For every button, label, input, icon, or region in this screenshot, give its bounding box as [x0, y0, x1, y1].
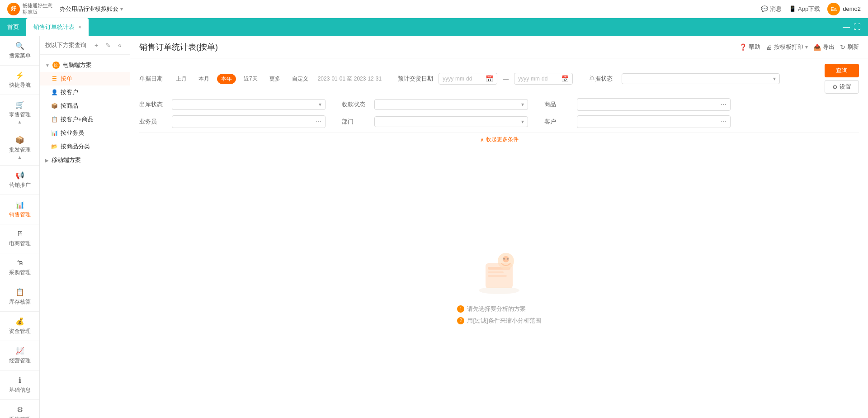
goods-label: 商品	[544, 100, 571, 109]
app-download-button[interactable]: 📱 App下载	[789, 5, 820, 13]
btn-this-month[interactable]: 本月	[194, 74, 213, 84]
top-bar-left: 好 畅捷通好生意 标准版 办公用品行业模拟账套 ▾	[7, 3, 127, 15]
filter-area: 单据日期 上月 本月 本年 近7天 更多 自定义 2023-01-01 至 20…	[130, 58, 868, 152]
tab-bar-actions: — ⛶	[843, 23, 861, 31]
main-layout: 🔍 搜索菜单 ⚡ 快捷导航 🛒 零售管理 ▲ 📦 批发管理 ▲ 📢 营销推广 📊…	[0, 36, 868, 418]
close-icon[interactable]: ×	[78, 24, 81, 30]
add-scheme-button[interactable]: +	[92, 41, 101, 50]
scheme-group-mobile-header[interactable]: ▶ 移动端方案	[40, 153, 130, 167]
by-order-icon: ☰	[51, 75, 58, 82]
print-button[interactable]: 🖨 按模板打印 ▾	[766, 43, 808, 51]
export-button[interactable]: 📤 导出	[813, 43, 835, 51]
hint-num-2: 2	[457, 317, 464, 324]
query-btn-group: 查询 ⚙ 设置	[825, 64, 859, 94]
svg-point-7	[503, 258, 505, 260]
left-panel-actions: + ✎ «	[92, 41, 124, 50]
sidebar-item-search[interactable]: 🔍 搜索菜单	[0, 36, 39, 66]
customer-more-icon: ···	[721, 118, 726, 126]
retail-icon: 🛒	[15, 100, 24, 109]
bill-status-select[interactable]: ▾	[622, 73, 780, 84]
download-icon: 📱	[789, 5, 796, 12]
print-chevron-icon: ▾	[805, 44, 808, 50]
btn-last-7-days[interactable]: 近7天	[240, 74, 262, 84]
calendar-icon2: 📅	[561, 75, 569, 82]
message-button[interactable]: 💬 消息	[761, 5, 782, 13]
arrow-down-icon: ▼	[45, 63, 50, 68]
refresh-icon: ↻	[840, 43, 845, 51]
wholesale-icon: 📦	[15, 136, 24, 144]
expected-date-to-input[interactable]: yyyy-mm-dd 📅	[514, 73, 573, 85]
tab-sales-order-stats[interactable]: 销售订单统计表 ×	[26, 18, 89, 36]
maximize-icon[interactable]: ⛶	[854, 23, 861, 31]
business-label: 业务员	[139, 118, 166, 126]
sidebar-item-retail[interactable]: 🛒 零售管理 ▲	[0, 95, 39, 130]
sidebar-item-ecommerce[interactable]: 🖥 电商管理	[0, 224, 39, 253]
settings-button[interactable]: ⚙ 设置	[825, 80, 859, 94]
business-input[interactable]: ···	[172, 115, 326, 128]
btn-more-date[interactable]: 更多	[265, 74, 284, 84]
sidebar-item-system[interactable]: ⚙ 系统管理	[0, 400, 39, 418]
sidebar-item-basic-info[interactable]: ℹ 基础信息	[0, 370, 39, 400]
sidebar-item-operations[interactable]: 📈 经营管理	[0, 341, 39, 370]
help-button[interactable]: ❓ 帮助	[739, 43, 760, 51]
query-button[interactable]: 查询	[825, 64, 859, 77]
print-icon: 🖨	[766, 43, 772, 51]
inventory-icon: 📋	[15, 288, 24, 296]
scheme-item-by-order[interactable]: ☰ 按单	[40, 72, 130, 86]
btn-this-year[interactable]: 本年	[217, 74, 236, 84]
left-panel-header: 按以下方案查询 + ✎ «	[40, 36, 130, 55]
collapse-panel-button[interactable]: «	[115, 41, 124, 50]
expected-date-from-input[interactable]: yyyy-mm-dd 📅	[439, 73, 497, 85]
collapse-label: 收起更多条件	[486, 136, 519, 143]
empty-state: 1 请先选择要分析的方案 2 用[过滤]条件来缩小分析范围	[130, 152, 868, 418]
sidebar-item-wholesale[interactable]: 📦 批发管理 ▲	[0, 130, 39, 166]
scheme-group-pc-header[interactable]: ▼ 按 电脑端方案	[40, 58, 130, 72]
sidebar-item-marketing[interactable]: 📢 营销推广	[0, 166, 39, 195]
edit-scheme-button[interactable]: ✎	[104, 41, 113, 50]
svg-rect-3	[488, 271, 504, 273]
bill-status-label: 单据状态	[589, 75, 616, 83]
scheme-group-icon: 按	[52, 62, 60, 69]
scheme-item-by-salesman[interactable]: 📊 按业务员	[40, 126, 130, 140]
user-profile[interactable]: Ea demo2	[827, 3, 861, 15]
left-panel-title: 按以下方案查询	[45, 41, 86, 49]
btn-last-month[interactable]: 上月	[172, 74, 191, 84]
out-status-select[interactable]: ▾	[172, 99, 326, 110]
settings-icon: ⚙	[832, 84, 838, 90]
sidebar-item-inventory[interactable]: 📋 库存核算	[0, 282, 39, 312]
scheme-item-by-customer[interactable]: 👤 按客户	[40, 86, 130, 99]
receipt-status-select[interactable]: ▾	[374, 99, 528, 110]
collapse-arrow-icon: ∧	[480, 137, 484, 143]
by-category-icon: 📂	[51, 143, 58, 150]
purchase-icon: 🛍	[16, 259, 24, 267]
tab-home[interactable]: 首页	[0, 18, 26, 36]
collapse-bar[interactable]: ∧ 收起更多条件	[139, 133, 859, 146]
top-bar: 好 畅捷通好生意 标准版 办公用品行业模拟账套 ▾ 💬 消息 📱 App下载 E…	[0, 0, 868, 18]
scheme-group-mobile: ▶ 移动端方案	[40, 153, 130, 167]
by-customer-icon: 👤	[51, 89, 58, 96]
page-title: 销售订单统计表(按单)	[139, 42, 218, 52]
chevron-down-icon: ▾	[120, 6, 123, 12]
logo-text: 畅捷通好生意 标准版	[23, 3, 52, 14]
by-goods-icon: 📦	[51, 102, 58, 109]
refresh-button[interactable]: ↻ 刷新	[840, 43, 859, 51]
btn-custom-date[interactable]: 自定义	[288, 74, 312, 84]
filter-row-1: 单据日期 上月 本月 本年 近7天 更多 自定义 2023-01-01 至 20…	[139, 64, 859, 94]
sidebar-item-purchase[interactable]: 🛍 采购管理	[0, 253, 39, 282]
sidebar-item-quick-nav[interactable]: ⚡ 快捷导航	[0, 66, 39, 95]
app-selector[interactable]: 办公用品行业模拟账套 ▾	[56, 3, 127, 15]
quicknav-icon: ⚡	[15, 71, 24, 80]
customer-input[interactable]: ···	[577, 115, 731, 128]
dept-select[interactable]: ▾	[374, 116, 528, 127]
minimize-icon[interactable]: —	[843, 23, 850, 31]
arrow-up-icon2: ▲	[18, 155, 22, 160]
scheme-item-by-customer-goods[interactable]: 📋 按客户+商品	[40, 113, 130, 126]
goods-input[interactable]: ···	[577, 98, 731, 111]
sidebar-item-sales[interactable]: 📊 销售管理	[0, 195, 39, 224]
scheme-item-by-goods[interactable]: 📦 按商品	[40, 99, 130, 113]
sidebar-item-finance[interactable]: 💰 资金管理	[0, 312, 39, 341]
svg-point-8	[507, 258, 509, 260]
sales-icon: 📊	[15, 200, 24, 209]
scheme-item-by-category[interactable]: 📂 按商品分类	[40, 140, 130, 153]
filter-row-2: 出库状态 ▾ 收款状态 ▾ 商品 ···	[139, 98, 859, 111]
